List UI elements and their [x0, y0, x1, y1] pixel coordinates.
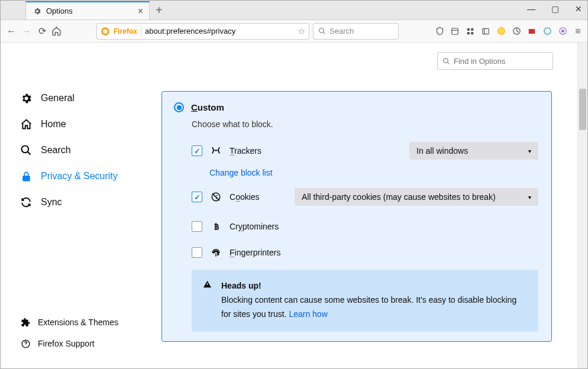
extensions-themes-link[interactable]: Extensions & Themes — [21, 312, 118, 333]
fingerprinters-label: Fingerprinters — [230, 248, 280, 257]
page-content: Find in Options General Home Search Priv… — [1, 43, 587, 369]
custom-blocking-panel: CCustomustom Choose what to block. Track… — [161, 91, 552, 342]
find-in-options[interactable]: Find in Options — [437, 52, 553, 70]
gear-icon — [33, 7, 41, 15]
bookmark-star-icon[interactable]: ☆ — [298, 26, 305, 37]
options-sidebar: General Home Search Privacy & Security S… — [20, 85, 150, 215]
search-placeholder: Search — [329, 27, 354, 35]
maximize-button[interactable]: ▢ — [550, 4, 560, 14]
forward-button: → — [21, 26, 33, 37]
ext-icon[interactable] — [542, 27, 552, 36]
footer-label: Firefox Support — [38, 339, 95, 348]
svg-point-9 — [497, 27, 505, 35]
chevron-down-icon: ▾ — [528, 194, 531, 200]
url-brand: Firefox — [114, 27, 137, 35]
search-icon — [442, 57, 450, 65]
minimize-button[interactable]: — — [526, 4, 537, 14]
svg-rect-7 — [471, 32, 473, 34]
trackers-checkbox[interactable] — [192, 145, 202, 156]
svg-point-1 — [103, 29, 108, 34]
tab-title: Options — [46, 7, 73, 15]
ext-icon[interactable] — [527, 27, 537, 36]
notice-title: Heads up! — [221, 281, 261, 290]
ext-icon[interactable] — [450, 27, 460, 36]
url-bar[interactable]: Firefox about:preferences#privacy ☆ — [96, 23, 309, 40]
app-menu-button[interactable]: ≡ — [573, 27, 583, 36]
sidebar-item-sync[interactable]: Sync — [20, 189, 150, 215]
browser-tab[interactable]: Options × — [25, 1, 150, 20]
scrollbar-thumb[interactable] — [579, 89, 586, 130]
trackers-icon — [211, 145, 221, 156]
svg-point-14 — [561, 30, 564, 33]
puzzle-icon — [21, 318, 31, 328]
firefox-support-link[interactable]: Firefox Support — [21, 333, 118, 354]
sidebar-item-general[interactable]: General — [20, 85, 150, 111]
change-block-list-link[interactable]: Change block list — [209, 168, 538, 177]
ext-icon[interactable] — [481, 27, 490, 36]
svg-rect-8 — [483, 28, 489, 34]
find-placeholder: Find in Options — [454, 57, 505, 66]
reload-button[interactable]: ⟳ — [36, 25, 48, 37]
window-controls: — ▢ ✕ — [526, 4, 584, 14]
cryptominers-icon — [211, 221, 221, 232]
url-text: about:preferences#privacy — [145, 27, 235, 35]
cookies-dropdown[interactable]: All third-party cookies (may cause websi… — [295, 188, 538, 206]
sidebar-item-label: Sync — [41, 197, 62, 208]
svg-point-12 — [544, 28, 550, 34]
panel-subtitle: Choose what to block. — [192, 119, 538, 129]
svg-point-16 — [22, 146, 29, 153]
cookies-checkbox[interactable] — [192, 192, 202, 202]
scrollbar[interactable] — [577, 43, 587, 369]
chevron-down-icon: ▾ — [528, 148, 531, 154]
sidebar-item-search[interactable]: Search — [20, 137, 150, 163]
sidebar-item-privacy[interactable]: Privacy & Security — [20, 163, 150, 189]
custom-radio[interactable] — [174, 102, 184, 112]
svg-rect-5 — [471, 28, 473, 30]
footer-label: Extensions & Themes — [38, 318, 118, 327]
tab-strip: Options × + — [1, 1, 587, 20]
lock-icon — [20, 170, 33, 183]
svg-rect-4 — [467, 28, 470, 30]
sidebar-footer: Extensions & Themes Firefox Support — [21, 312, 118, 354]
fingerprint-icon — [211, 247, 221, 258]
svg-rect-3 — [452, 28, 458, 34]
ext-icon[interactable] — [558, 27, 567, 36]
trackers-label: Trackers — [230, 146, 261, 156]
back-button[interactable]: ← — [5, 26, 17, 37]
sidebar-item-label: Search — [41, 145, 71, 156]
cookies-icon — [211, 192, 221, 202]
search-icon — [318, 27, 326, 35]
ext-icon[interactable] — [496, 27, 506, 36]
home-button[interactable] — [51, 26, 63, 36]
svg-point-2 — [319, 28, 324, 33]
ext-icon[interactable] — [512, 27, 521, 36]
learn-how-link[interactable]: Learn how — [289, 309, 327, 319]
home-icon — [20, 118, 33, 131]
close-icon[interactable]: × — [138, 7, 143, 16]
svg-point-15 — [444, 58, 448, 63]
search-bar[interactable]: Search — [313, 23, 399, 40]
sidebar-item-label: General — [41, 93, 75, 103]
svg-rect-6 — [467, 32, 470, 34]
cryptominers-checkbox[interactable] — [192, 221, 202, 232]
browser-toolbar: ← → ⟳ Firefox about:preferences#privacy … — [1, 20, 587, 43]
fingerprinters-checkbox[interactable] — [192, 247, 202, 258]
trackers-dropdown[interactable]: In all windows ▾ — [409, 142, 538, 160]
toolbar-extensions: ≡ — [435, 27, 583, 36]
sync-icon — [20, 196, 33, 209]
sidebar-item-label: Privacy & Security — [41, 171, 118, 182]
svg-rect-11 — [529, 28, 535, 33]
notice-body: Blocking content can cause some websites… — [221, 295, 516, 319]
cookies-label: Cookies — [230, 192, 260, 202]
close-window-button[interactable]: ✕ — [573, 4, 584, 14]
gear-icon — [20, 92, 33, 105]
cryptominers-label: Cryptominers — [230, 222, 279, 231]
firefox-logo-icon — [101, 27, 110, 36]
warning-icon — [202, 279, 212, 289]
help-icon — [21, 339, 31, 349]
search-icon — [20, 144, 33, 157]
sidebar-item-home[interactable]: Home — [20, 111, 150, 137]
ext-icon[interactable] — [435, 27, 444, 36]
new-tab-button[interactable]: + — [150, 4, 169, 17]
ext-icon[interactable] — [466, 27, 475, 36]
